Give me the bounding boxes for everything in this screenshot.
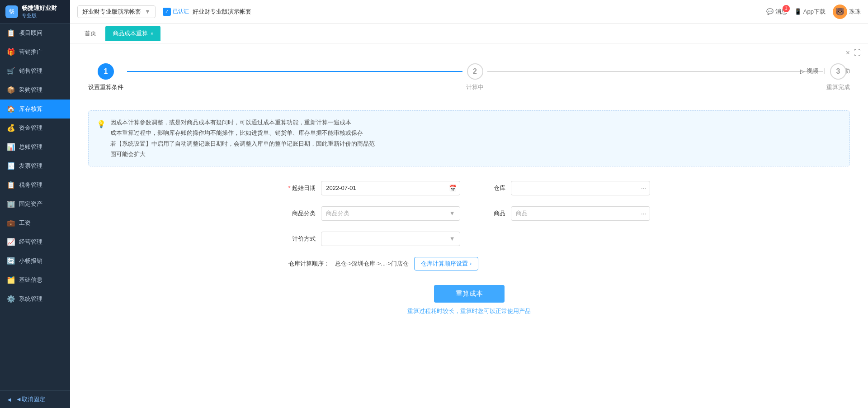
pricing-label: 计价方式: [288, 235, 316, 243]
step-3-label: 重算完成: [826, 83, 850, 91]
sidebar-nav: 📋 项目顾问 🎁 营销推广 🛒 销售管理 📦 采购管理 🏠 库存核算 💰 资金管…: [0, 24, 70, 390]
tax-label: 税务管理: [19, 181, 42, 189]
step-1-label: 设置重算条件: [88, 83, 123, 91]
sidebar-item-purchase[interactable]: 📦 采购管理: [0, 81, 70, 100]
tab-label-cost-recalc: 商品成本重算: [113, 29, 148, 38]
invoice-label: 发票管理: [19, 162, 42, 170]
warehouse-more-icon[interactable]: ···: [641, 185, 646, 192]
logo-text: 畅捷通好业财 专业版: [22, 5, 57, 19]
step-line-1: [127, 71, 462, 72]
step-1-circle: 1: [98, 63, 114, 80]
form-row-1: * 起始日期 2022-07-01 📅 仓库: [288, 181, 650, 195]
recalculate-hint: 重算过程耗时较长，重算时您可以正常使用产品: [288, 307, 650, 315]
accounting-icon: 📊: [6, 142, 15, 152]
pricing-field: 计价方式 ▼: [288, 232, 460, 246]
tab-close-cost-recalc[interactable]: ×: [151, 31, 153, 36]
play-icon: ▷: [800, 68, 805, 75]
avatar: 🐻: [833, 5, 847, 19]
category-label: 商品分类: [288, 209, 316, 218]
sidebar-item-operations[interactable]: 📈 经营管理: [0, 232, 70, 251]
tabbar: 首页商品成本重算×: [70, 24, 868, 43]
start-date-wrapper: 2022-07-01 📅: [321, 181, 460, 195]
app-download-action[interactable]: 📱 App下载: [794, 8, 826, 16]
expense-icon: 🔄: [6, 256, 15, 266]
assets-icon: 🏢: [6, 199, 15, 209]
pricing-dropdown-icon: ▼: [449, 235, 455, 242]
form-row-3: 计价方式 ▼: [288, 232, 650, 246]
sales-icon: 🛒: [6, 66, 15, 76]
sidebar-item-project[interactable]: 📋 项目顾问: [0, 24, 70, 43]
step-line-2: [487, 71, 823, 72]
certified-badge: ✓ 已认证: [163, 8, 189, 16]
sidebar-item-payroll[interactable]: 💼 工资: [0, 213, 70, 232]
start-date-field: * 起始日期 2022-07-01 📅: [288, 181, 460, 195]
step-2-label: 计算中: [466, 83, 484, 91]
messages-action[interactable]: 💬 消息 1: [766, 8, 787, 16]
start-date-input[interactable]: 2022-07-01: [321, 181, 460, 195]
sidebar-logo[interactable]: 畅 畅捷通好业财 专业版: [0, 0, 70, 24]
account-selector[interactable]: 好业财专业版演示帐套 ▼: [77, 5, 156, 18]
topbar-right: 💬 消息 1 📱 App下载 🐻 珠珠: [766, 5, 861, 19]
sidebar-item-tax[interactable]: 📋 税务管理: [0, 176, 70, 195]
sidebar-item-basic[interactable]: 🗂️ 基础信息: [0, 270, 70, 289]
warehouse-input[interactable]: [511, 181, 650, 195]
warehouse-input-wrapper: ···: [511, 181, 650, 195]
sidebar-item-inventory[interactable]: 🏠 库存核算: [0, 100, 70, 119]
warehouse-order-row: 仓库计算顺序： 总仓->深圳仓库->...->门店仓 仓库计算顺序设置 ›: [288, 257, 650, 270]
category-select[interactable]: 商品分类 ▼: [321, 206, 460, 221]
recalculate-button[interactable]: 重算成本: [434, 285, 505, 303]
sales-label: 销售管理: [19, 67, 42, 75]
user-profile[interactable]: 🐻 珠珠: [833, 5, 861, 19]
video-link[interactable]: ▷ 视频: [800, 67, 818, 75]
sidebar-item-invoice[interactable]: 🧾 发票管理: [0, 157, 70, 176]
sidebar-item-marketing[interactable]: 🎁 营销推广: [0, 43, 70, 62]
steps-container: 1 设置重算条件 2 计算中 3 重算完成 ▷ 视频 | ⓪: [88, 54, 850, 96]
logo-icon: 畅: [5, 5, 18, 18]
payroll-label: 工资: [19, 219, 31, 227]
category-dropdown-icon: ▼: [449, 210, 455, 217]
warehouse-label: 仓库: [478, 184, 505, 192]
sidebar-item-assets[interactable]: 🏢 固定资产: [0, 195, 70, 213]
sidebar-item-system[interactable]: ⚙️ 系统管理: [0, 289, 70, 308]
unpin-icon: ◄: [6, 396, 12, 403]
sidebar-item-accounting[interactable]: 📊 总账管理: [0, 138, 70, 157]
warehouse-order-settings-button[interactable]: 仓库计算顺序设置 ›: [414, 257, 478, 270]
step-2-circle: 2: [467, 63, 483, 80]
step-1: 1 设置重算条件: [88, 63, 123, 91]
tab-cost-recalc[interactable]: 商品成本重算×: [105, 26, 160, 41]
payroll-icon: 💼: [6, 218, 15, 228]
sidebar-item-finance[interactable]: 💰 资金管理: [0, 119, 70, 138]
message-icon: 💬: [766, 8, 774, 15]
expense-label: 小畅报销: [19, 257, 42, 265]
sidebar-unpin[interactable]: ◄ ◄取消固定: [0, 390, 70, 408]
step-3: 3 重算完成: [826, 63, 850, 91]
goods-field: 商品 商品 ···: [478, 206, 650, 221]
system-label: 系统管理: [19, 295, 42, 303]
goods-more-icon[interactable]: ···: [641, 210, 646, 217]
notification-count-badge: 1: [783, 5, 790, 12]
expand-button[interactable]: ⛶: [854, 49, 861, 57]
goods-input[interactable]: 商品: [511, 206, 650, 221]
dropdown-arrow-icon: ▼: [145, 8, 151, 15]
pricing-select[interactable]: ▼: [321, 232, 460, 246]
topbar-left: 好业财专业版演示帐套 ▼ ✓ 已认证 好业财专业版演示帐套: [77, 5, 766, 18]
tax-icon: 📋: [6, 180, 15, 190]
operations-label: 经营管理: [19, 238, 42, 246]
info-text: 因成本计算参数调整，或是对商品成本有疑问时，可以通过成本重算功能，重新计算一遍成…: [110, 117, 375, 160]
warehouse-order-value: 总仓->深圳仓库->...->门店仓: [335, 260, 409, 268]
project-icon: 📋: [6, 28, 15, 38]
basic-icon: 🗂️: [6, 275, 15, 285]
system-icon: ⚙️: [6, 294, 15, 304]
inventory-icon: 🏠: [6, 104, 15, 114]
goods-label: 商品: [478, 209, 505, 218]
category-field: 商品分类 商品分类 ▼: [288, 206, 460, 221]
sidebar-item-expense[interactable]: 🔄 小畅报销: [0, 251, 70, 270]
arrow-right-icon: ›: [470, 260, 472, 267]
warehouse-order-label: 仓库计算顺序：: [288, 260, 330, 268]
tab-home[interactable]: 首页: [77, 26, 104, 41]
calendar-icon: 📅: [449, 185, 457, 192]
warehouse-field: 仓库 ···: [478, 181, 650, 195]
goods-input-wrapper: 商品 ···: [511, 206, 650, 221]
sidebar-item-sales[interactable]: 🛒 销售管理: [0, 62, 70, 81]
shield-icon: ✓: [163, 8, 171, 16]
